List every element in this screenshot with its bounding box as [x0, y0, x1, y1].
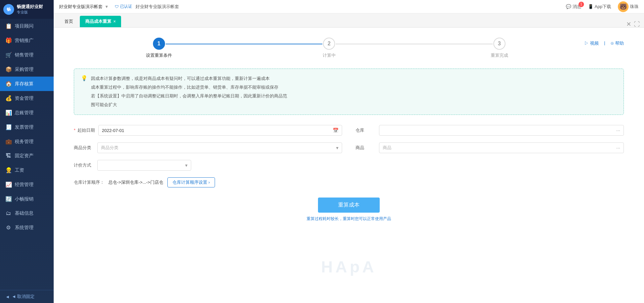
sidebar-nav: 📋项目顾问🎁营销推广🛒销售管理📦采购管理🏠库存核算💰资金管理📊总账管理🧾发票管理…: [0, 19, 54, 290]
sidebar-item-tax[interactable]: 💼税务管理: [0, 134, 54, 149]
project-icon: 📋: [5, 23, 11, 29]
sidebar-item-marketing[interactable]: 🎁营销推广: [0, 33, 54, 48]
account-name: 好业财专业版演示帐套: [59, 4, 103, 10]
calc-section: 重算成本 重算过程耗时较长，重算时您可以正常使用产品: [74, 198, 624, 222]
sidebar-item-salary[interactable]: 👷工资: [0, 163, 54, 177]
info-box: 💡 因成本计算参数调整，或是对商品成本有疑问时，可以通过成本重算功能，重新计算一…: [74, 69, 624, 115]
sidebar-item-label-accounting: 总账管理: [15, 110, 34, 116]
phone-icon: 📱: [588, 4, 593, 9]
info-line-1: 因成本计算参数调整，或是对商品成本有疑问时，可以通过成本重算功能，重新计算一遍成…: [91, 74, 287, 83]
sidebar-item-label-salary: 工资: [15, 167, 24, 173]
sidebar-header: 畅 畅捷通好业财 专业版: [0, 0, 54, 19]
message-icon: 💬: [566, 4, 571, 9]
help-icon: ⊙: [610, 41, 615, 46]
goods-more-icon: ···: [616, 145, 620, 150]
tab-close-icon[interactable]: ×: [113, 19, 116, 24]
sidebar-logo: 畅: [3, 4, 14, 15]
purchase-icon: 📦: [5, 66, 11, 73]
step-2: 2 计算中: [244, 38, 414, 58]
basic-icon: 🗂: [5, 210, 11, 216]
sidebar-item-label-sales: 销售管理: [15, 52, 34, 58]
play-icon: ▷: [584, 41, 590, 46]
info-line-4: 围可能会扩大: [91, 100, 287, 109]
watermark: HApA: [321, 258, 376, 276]
topbar-right: 💬 消息 1 📱 App下载 🐻 珠珠: [566, 1, 639, 12]
sidebar-item-project[interactable]: 📋项目顾问: [0, 19, 54, 33]
sidebar-item-finance[interactable]: 💰资金管理: [0, 91, 54, 105]
warehouse-input[interactable]: ···: [379, 125, 624, 136]
sidebar-item-label-basic: 基础信息: [15, 210, 34, 216]
inventory-icon: 🏠: [5, 81, 11, 87]
start-date-label: * 起始日期: [74, 127, 95, 133]
operation-icon: 📈: [5, 181, 11, 188]
calendar-icon: 📅: [333, 128, 338, 133]
sidebar-item-expense[interactable]: 🔄小畅报销: [0, 192, 54, 206]
tabbar: 首页 商品成本重算 × ✕ ⛶: [54, 13, 644, 28]
sidebar-item-basic[interactable]: 🗂基础信息: [0, 206, 54, 220]
sidebar-item-purchase[interactable]: 📦采购管理: [0, 62, 54, 77]
pricing-input[interactable]: ▾: [97, 160, 191, 171]
verified-text: 已认证: [120, 4, 132, 9]
start-date-input[interactable]: 2022-07-01 📅: [98, 125, 342, 136]
sidebar-item-label-system: 系统管理: [15, 225, 34, 231]
recalculate-button[interactable]: 重算成本: [318, 198, 380, 213]
warehouse-order-setting-button[interactable]: 仓库计算顺序设置 ›: [167, 177, 215, 187]
tab-cost-recalculate[interactable]: 商品成本重算 ×: [80, 16, 121, 27]
account-arrow-icon: ▼: [105, 4, 109, 9]
system-icon: ⚙: [5, 224, 11, 231]
app-label: App下载: [595, 4, 611, 10]
sidebar-item-assets[interactable]: 🏗固定资产: [0, 149, 54, 163]
step-2-line: [336, 44, 492, 44]
goods-label: 商品: [356, 145, 376, 151]
step-1: 1 设置重算条件: [74, 38, 244, 58]
sidebar-item-label-operation: 经营管理: [15, 182, 34, 188]
user-name: 珠珠: [630, 4, 639, 10]
start-date-row: * 起始日期 2022-07-01 📅: [74, 125, 342, 136]
step-1-circle: 1: [153, 38, 165, 50]
sidebar-item-invoice[interactable]: 🧾发票管理: [0, 120, 54, 134]
close-window-icon[interactable]: ✕: [626, 21, 631, 27]
sidebar-unpin[interactable]: ◄ ◄ 取消固定: [0, 290, 54, 303]
expense-icon: 🔄: [5, 196, 11, 202]
expand-icon[interactable]: ⛶: [634, 21, 640, 27]
step-2-circle: 2: [323, 38, 335, 50]
avatar-image: 🐻: [618, 1, 629, 12]
sidebar-item-system[interactable]: ⚙系统管理: [0, 220, 54, 235]
sidebar-item-label-project: 项目顾问: [15, 23, 34, 29]
sidebar-item-label-invoice: 发票管理: [15, 124, 34, 130]
tab-home[interactable]: 首页: [59, 16, 78, 27]
category-input[interactable]: 商品分类 ▾: [97, 142, 342, 153]
pricing-label: 计价方式: [74, 162, 94, 168]
calc-hint: 重算过程耗时较长，重算时您可以正常使用产品: [307, 216, 391, 222]
step-3-circle: 3: [493, 38, 505, 50]
calc-btn-label: 重算成本: [338, 202, 360, 208]
topbar: 好业财专业版演示帐套 ▼ 🛡 已认证 好业财专业版演示帐套 💬 消息 1 📱 A…: [54, 0, 644, 13]
sidebar-item-inventory[interactable]: 🏠库存核算: [0, 77, 54, 91]
help-link[interactable]: ⊙ 帮助: [610, 40, 624, 46]
message-button[interactable]: 💬 消息 1: [566, 4, 581, 10]
stepper: 1 设置重算条件 2 计算中 3 重算完成 ▷: [74, 38, 624, 58]
video-link[interactable]: ▷ 视频: [584, 40, 599, 46]
sidebar-app-title: 畅捷通好业财: [17, 4, 43, 10]
assets-icon: 🏗: [5, 153, 11, 159]
warehouse-order-row: 仓库计算顺序： 总仓->深圳仓库->...->门店仓 仓库计算顺序设置 ›: [74, 177, 624, 187]
verified-badge: 🛡 已认证: [115, 4, 132, 9]
finance-icon: 💰: [5, 95, 11, 101]
goods-input[interactable]: 商品 ···: [379, 142, 624, 153]
invoice-icon: 🧾: [5, 124, 11, 130]
step-1-line: [166, 44, 322, 44]
message-badge: 1: [579, 2, 584, 7]
unpin-icon: ◄: [5, 294, 10, 299]
sidebar-item-accounting[interactable]: 📊总账管理: [0, 105, 54, 120]
sidebar-item-label-finance: 资金管理: [15, 95, 34, 101]
sales-icon: 🛒: [5, 52, 11, 58]
sidebar-item-operation[interactable]: 📈经营管理: [0, 177, 54, 192]
step-3: 3 重算完成: [414, 38, 584, 58]
sidebar-item-label-marketing: 营销推广: [15, 38, 34, 44]
app-download-button[interactable]: 📱 App下载: [588, 4, 611, 10]
account-selector[interactable]: 好业财专业版演示帐套 ▼: [59, 4, 109, 10]
pricing-row: 计价方式 ▾: [74, 160, 624, 171]
start-date-value: 2022-07-01: [102, 128, 124, 133]
sidebar-item-sales[interactable]: 🛒销售管理: [0, 48, 54, 62]
user-avatar[interactable]: 🐻 珠珠: [618, 1, 639, 12]
